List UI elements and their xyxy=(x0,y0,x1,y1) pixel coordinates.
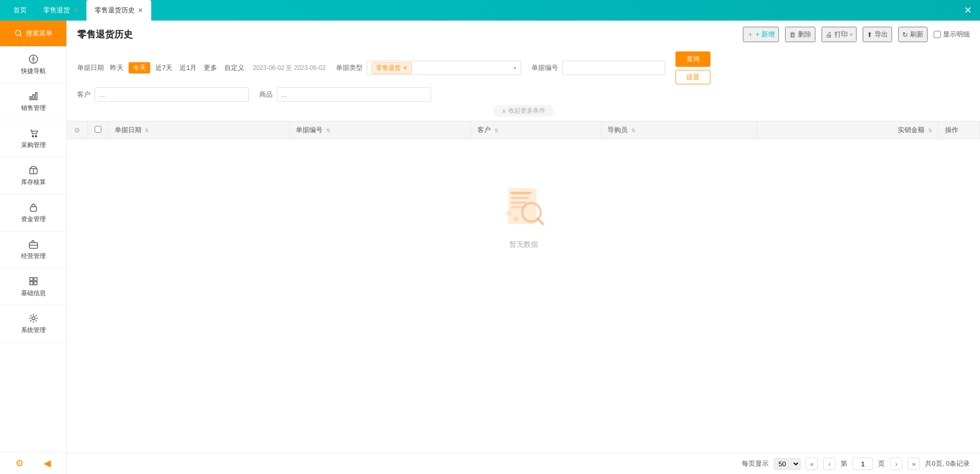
delete-icon: 🗑 xyxy=(789,31,796,39)
col-no-sort-icon[interactable]: ⇅ xyxy=(326,127,330,133)
sidebar-item-finance[interactable]: 资金管理 xyxy=(0,194,66,231)
page-next-button[interactable]: › xyxy=(890,458,902,470)
delete-button[interactable]: 🗑 删除 xyxy=(785,27,815,42)
col-guide-sort-icon[interactable]: ⇅ xyxy=(631,127,635,133)
page-label: 第 xyxy=(841,459,847,468)
sidebar-collapse-icon[interactable]: ◀ xyxy=(44,458,51,469)
tab-retail-return-history[interactable]: 零售退货历史 ✕ xyxy=(86,0,151,21)
filter-area: 单据日期 昨天今天近7天近1月更多自定义 2023-06-02 至 2023-0… xyxy=(77,47,970,121)
table-header: ⚙ 单据日期 ⇅ 单据编号 ⇅ xyxy=(67,121,980,139)
col-date-sort-icon[interactable]: ⇅ xyxy=(145,127,149,133)
table-col-amount: 实销金额 ⇅ xyxy=(757,121,939,139)
svg-rect-29 xyxy=(506,211,512,215)
sidebar-item-label-finance: 资金管理 xyxy=(21,215,46,224)
settings-button[interactable]: 设置 xyxy=(675,70,710,84)
export-button[interactable]: ⬆ 导出 xyxy=(863,27,892,42)
export-icon: ⬆ xyxy=(867,31,872,39)
sidebar-item-sales-mgmt[interactable]: 销售管理 xyxy=(0,83,66,120)
print-icon: 🖨 xyxy=(826,31,832,39)
customer-input[interactable] xyxy=(95,87,249,102)
refresh-button[interactable]: ↻ 刷新 xyxy=(898,27,928,42)
show-detail-checkbox[interactable] xyxy=(934,31,941,38)
svg-marker-4 xyxy=(32,59,34,62)
sidebar: 搜索菜单 快捷导航销售管理采购管理库存核算资金管理经营管理基础信息系统管理 ⚙ … xyxy=(0,21,67,474)
query-button[interactable]: 查询 xyxy=(675,51,710,67)
tab-close-retail-return-history[interactable]: ✕ xyxy=(138,7,143,14)
svg-rect-24 xyxy=(511,206,524,208)
page-prev-button[interactable]: ‹ xyxy=(823,458,835,470)
date-option-近1月[interactable]: 近1月 xyxy=(177,62,199,74)
print-label: 打印 xyxy=(834,30,848,39)
date-option-近7天[interactable]: 近7天 xyxy=(153,62,174,74)
column-settings-icon[interactable]: ⚙ xyxy=(74,126,80,134)
voucher-type-tag-close[interactable]: ✕ xyxy=(403,65,407,71)
tab-list: 首页零售退货 ✕零售退货历史 ✕ xyxy=(5,0,980,21)
table-col-actions: 操作 xyxy=(939,121,980,139)
sidebar-item-inventory[interactable]: 库存核算 xyxy=(0,157,66,194)
filter-row-2: 客户 商品 xyxy=(77,87,970,102)
tab-home[interactable]: 首页 xyxy=(5,0,35,21)
col-guide-label: 导购员 xyxy=(608,126,628,134)
svg-rect-6 xyxy=(32,95,34,100)
sidebar-settings-icon[interactable]: ⚙ xyxy=(15,458,24,469)
refresh-icon: ↻ xyxy=(902,31,908,39)
date-range-display: 2023-06-02 至 2023-06-02 xyxy=(253,64,325,72)
page-size-label: 每页显示 xyxy=(742,459,769,468)
tab-close-retail-return[interactable]: ✕ xyxy=(73,7,78,14)
goods-input[interactable] xyxy=(277,87,431,102)
table-col-guide: 导购员 ⇅ xyxy=(601,121,757,139)
svg-rect-16 xyxy=(34,278,37,281)
main-content: 零售退货历史 ＋ + 新增 🗑 删除 🖨 打印 xyxy=(67,21,980,474)
col-amount-sort-icon[interactable]: ⇅ xyxy=(928,127,932,133)
add-button[interactable]: ＋ + 新增 xyxy=(743,27,779,42)
page-title: 零售退货历史 xyxy=(77,28,133,41)
grid-icon xyxy=(28,276,39,287)
empty-illustration xyxy=(498,180,549,232)
sidebar-item-purchase-mgmt[interactable]: 采购管理 xyxy=(0,120,66,157)
collapse-up-icon: ∧ xyxy=(502,107,506,115)
collapse-button[interactable]: ∧ 收起更多条件 xyxy=(493,105,554,117)
col-customer-sort-icon[interactable]: ⇅ xyxy=(494,127,498,133)
sidebar-item-system[interactable]: 系统管理 xyxy=(0,305,66,342)
sidebar-search-button[interactable]: 搜索菜单 xyxy=(0,21,66,46)
svg-point-0 xyxy=(15,30,21,35)
svg-point-28 xyxy=(513,216,519,222)
svg-point-19 xyxy=(32,317,35,320)
svg-rect-21 xyxy=(511,192,531,194)
goods-label: 商品 xyxy=(259,90,273,99)
page-header: 零售退货历史 ＋ + 新增 🗑 删除 🖨 打印 xyxy=(67,21,980,121)
goods-filter-group: 商品 xyxy=(259,87,431,102)
sidebar-item-quick-nav[interactable]: 快捷导航 xyxy=(0,46,66,83)
sidebar-item-operation[interactable]: 经营管理 xyxy=(0,231,66,268)
date-option-自定义[interactable]: 自定义 xyxy=(222,62,246,74)
sidebar-item-basic-info[interactable]: 基础信息 xyxy=(0,268,66,305)
page-unit: 页 xyxy=(878,459,885,468)
chart-icon xyxy=(28,90,39,102)
refresh-label: 刷新 xyxy=(910,30,923,39)
page-last-button[interactable]: » xyxy=(907,458,920,470)
date-option-昨天[interactable]: 昨天 xyxy=(108,62,126,74)
main-layout: 搜索菜单 快捷导航销售管理采购管理库存核算资金管理经营管理基础信息系统管理 ⚙ … xyxy=(0,21,980,474)
tab-retail-return[interactable]: 零售退货 ✕ xyxy=(35,0,86,21)
page-size-select[interactable]: 50 10 20 100 xyxy=(774,458,800,470)
sidebar-item-label-operation: 经营管理 xyxy=(21,252,46,261)
print-button[interactable]: 🖨 打印 ▾ xyxy=(822,27,857,42)
svg-rect-15 xyxy=(30,278,33,281)
voucher-type-select[interactable]: 零售退货 ✕ ▾ xyxy=(367,61,521,75)
total-records: 共0页, 0条记录 xyxy=(925,459,970,468)
table-col-customer: 客户 ⇅ xyxy=(471,121,601,139)
window-close-button[interactable]: ✕ xyxy=(964,5,972,16)
table-col-checkbox xyxy=(87,121,108,139)
collapse-label: 收起更多条件 xyxy=(508,106,545,115)
select-all-checkbox[interactable] xyxy=(95,126,101,133)
table-col-date: 单据日期 ⇅ xyxy=(108,121,290,139)
svg-rect-12 xyxy=(30,207,37,211)
voucher-no-input[interactable] xyxy=(562,61,665,75)
svg-point-26 xyxy=(525,206,538,218)
voucher-no-filter-group: 单据编号 xyxy=(531,61,665,75)
table-wrap: ⚙ 单据日期 ⇅ 单据编号 ⇅ xyxy=(67,121,980,453)
date-option-更多[interactable]: 更多 xyxy=(202,62,219,74)
date-option-今天[interactable]: 今天 xyxy=(129,62,150,74)
page-first-button[interactable]: « xyxy=(806,458,818,470)
page-number-input[interactable] xyxy=(852,458,873,470)
